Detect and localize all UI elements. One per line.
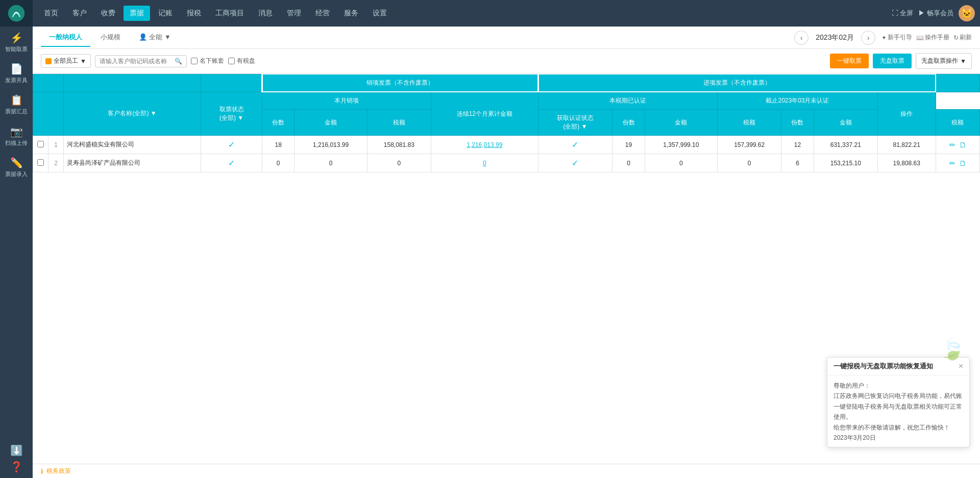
th-purchase-qty: 份数 <box>612 110 645 136</box>
subscribe-checkbox-label[interactable]: 名下账套 <box>191 57 224 65</box>
nav-settings[interactable]: 设置 <box>366 6 393 21</box>
sidebar-item-scan-upload[interactable]: 📷 扫描上传 <box>0 120 33 152</box>
chevron-down-icon: ▼ <box>164 33 171 41</box>
th-sales-amount: 金额 <box>295 110 367 136</box>
th-customer: 客户名称(全部) ▼ <box>64 92 201 136</box>
nav-business[interactable]: 工商项目 <box>209 6 250 21</box>
row1-cert-status-cell: ✓ <box>538 136 612 154</box>
row2-cumulative-link[interactable]: 0 <box>483 160 486 167</box>
nav-service[interactable]: 服务 <box>338 6 364 21</box>
search-icon[interactable]: 🔍 <box>175 58 182 65</box>
notification-line-2: 给您带来的不便敬请谅解，祝您工作愉快！ <box>834 422 963 433</box>
status-bar: ℹ 税务政策 <box>33 464 980 478</box>
sidebar-item-invoice-open[interactable]: 📄 发票开具 <box>0 58 33 89</box>
row1-edit-icon[interactable]: ✏ <box>949 141 955 149</box>
document-icon: 📄 <box>10 63 23 75</box>
no-disk-fetch-btn[interactable]: 无盘取票 <box>873 54 912 68</box>
avatar[interactable]: 🐱 <box>959 5 975 21</box>
sidebar-item-smart-fetch[interactable]: ⚡ 智能取票 <box>0 27 33 58</box>
row2-uncert-amount: 153,215.10 <box>814 154 877 172</box>
row1-checkbox-cell <box>33 136 48 154</box>
th-until-march: 截止2023年03月未认证 <box>718 92 878 110</box>
nav-operations[interactable]: 经营 <box>309 6 336 21</box>
tax-disk-checkbox[interactable] <box>228 58 235 64</box>
row2-cumulative: 0 <box>431 154 538 172</box>
nav-invoices[interactable]: 票据 <box>124 6 150 21</box>
row2-actions: ✏ 🗋 <box>936 154 979 172</box>
manual-link[interactable]: 📖 操作手册 <box>916 33 949 42</box>
notification-popup: 🍃 一键报税与无盘取票功能恢复通知 × 尊敬的用户： 江苏政务网已恢复访问电子税… <box>827 357 970 447</box>
row2-customer: 灵寿县尚泽矿产品有限公司 <box>67 159 140 166</box>
th-status-group <box>201 74 262 92</box>
row2-fetch-status-cell: ✓ <box>201 154 262 172</box>
person-icon: 👤 <box>139 33 147 41</box>
th-cumulative: 连续12个月累计金额 <box>431 92 538 136</box>
row1-cumulative: 1,216,013.99 <box>431 136 538 154</box>
sidebar-item-invoice-summary[interactable]: 📋 票据汇总 <box>0 89 33 120</box>
row1-uncert-tax: 81,822.21 <box>877 136 936 154</box>
employee-select[interactable]: 全部员工 ▼ <box>41 54 91 68</box>
row1-sales-tax: 158,081.83 <box>367 136 431 154</box>
one-click-fetch-btn[interactable]: 一键取票 <box>830 54 869 68</box>
tab-all[interactable]: 👤 全能 ▼ <box>131 29 179 47</box>
help-icon[interactable]: ❓ <box>10 461 23 473</box>
th-sales-qty: 份数 <box>262 110 295 136</box>
tabbar: 一般纳税人 小规模 👤 全能 ▼ ‹ 2023年02月 › ✦ 新手引导 📖 操… <box>33 27 980 49</box>
row2-num-cell: 2 <box>48 154 64 172</box>
th-purchase-amount: 金额 <box>645 110 717 136</box>
th-sales-tax: 税额 <box>367 110 431 136</box>
row1-actions: ✏ 🗋 <box>936 136 979 154</box>
logo[interactable] <box>0 0 33 27</box>
th-period-cert: 本税期已认证 <box>538 92 717 110</box>
nav-billing[interactable]: 收费 <box>95 6 121 21</box>
period-display: 2023年02月 <box>812 33 858 42</box>
row1-detail-icon[interactable]: 🗋 <box>959 141 966 149</box>
nav-accounting[interactable]: 记账 <box>152 6 179 21</box>
no-disk-ops-btn[interactable]: 无盘取票操作 ▼ <box>916 53 972 69</box>
tab-small[interactable]: 小规模 <box>92 29 129 47</box>
row2-edit-icon[interactable]: ✏ <box>949 159 955 167</box>
nav-management[interactable]: 管理 <box>281 6 307 21</box>
tax-disk-checkbox-label[interactable]: 有税盘 <box>228 57 255 65</box>
notification-line-3: 2023年3月20日 <box>834 433 963 442</box>
sidebar-item-data-entry[interactable]: ✏️ 票据录入 <box>0 152 33 183</box>
row1-cumulative-link[interactable]: 1,216,013.99 <box>467 141 502 148</box>
notification-body: 尊敬的用户： 江苏政务网已恢复访问电子税务局功能，易代账一键登陆电子税务局与无盘… <box>827 375 969 447</box>
prev-period-btn[interactable]: ‹ <box>794 31 808 45</box>
row2-detail-icon[interactable]: 🗋 <box>959 159 966 167</box>
subscribe-checkbox[interactable] <box>191 58 198 64</box>
clipboard-icon: 📋 <box>10 94 23 106</box>
row1-cert-status-icon: ✓ <box>572 140 578 149</box>
row1-customer: 河北柯盛稳实业有限公司 <box>67 141 134 148</box>
member-btn[interactable]: ▶ 畅享会员 <box>918 9 953 18</box>
next-period-btn[interactable]: › <box>861 31 875 45</box>
table-row: 2 灵寿县尚泽矿产品有限公司 ✓ 0 0 0 0 ✓ 0 0 0 6 153,2… <box>33 154 980 172</box>
nav-home[interactable]: 首页 <box>38 6 64 21</box>
row2-purchase-qty: 0 <box>612 154 645 172</box>
th-cert-status: 获取认证状态(全部) ▼ <box>538 110 612 136</box>
refresh-link[interactable]: ↻ 刷新 <box>953 33 972 42</box>
new-guide-link[interactable]: ✦ 新手引导 <box>881 33 912 42</box>
tax-policy-link[interactable]: 税务政策 <box>46 467 71 475</box>
nav-tax[interactable]: 报税 <box>181 6 207 21</box>
download-icon[interactable]: ⬇️ <box>10 444 23 457</box>
nav-messages[interactable]: 消息 <box>252 6 279 21</box>
tab-general[interactable]: 一般纳税人 <box>41 29 90 47</box>
th-purchase-group: 进项发票（不含作废票） <box>538 74 936 92</box>
notification-close-btn[interactable]: × <box>959 362 963 371</box>
search-input[interactable] <box>100 58 173 65</box>
row2-fetch-status-icon: ✓ <box>228 159 235 167</box>
employee-indicator <box>45 58 52 64</box>
fullscreen-btn[interactable]: ⛶ 全屏 <box>892 9 914 18</box>
row2-checkbox[interactable] <box>37 159 44 166</box>
toolbar: 全部员工 ▼ 🔍 名下账套 有税盘 一键取票 无盘取票 无盘取票操作 ▼ <box>33 49 980 73</box>
row1-checkbox[interactable] <box>37 141 44 147</box>
sidebar: ⚡ 智能取票 📄 发票开具 📋 票据汇总 📷 扫描上传 ✏️ 票据录入 ⬇️ ❓ <box>0 0 33 478</box>
nav-customers[interactable]: 客户 <box>66 6 93 21</box>
th-empty2 <box>33 92 64 136</box>
search-box: 🔍 <box>95 55 187 67</box>
row2-purchase-tax: 0 <box>718 154 781 172</box>
pencil-icon: ✏️ <box>10 157 23 169</box>
notification-scroll: 尊敬的用户： 江苏政务网已恢复访问电子税务局功能，易代账一键登陆电子税务局与无盘… <box>834 381 963 442</box>
sidebar-item-invoice-summary-label: 票据汇总 <box>5 108 28 115</box>
